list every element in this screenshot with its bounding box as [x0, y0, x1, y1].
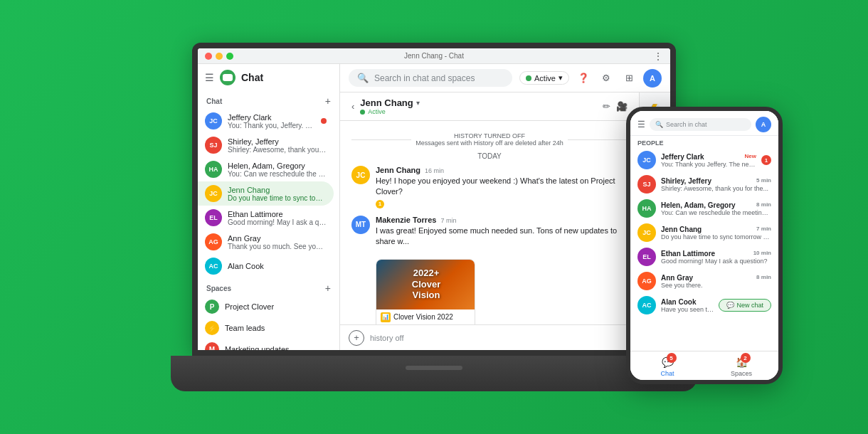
video-call-icon[interactable]: 🎥 [616, 101, 628, 112]
card-app-icon: 📊 [381, 312, 391, 322]
laptop-notch [406, 366, 462, 370]
card-preview[interactable]: 2022+CloverVision 📊 Clover Vision 2022 [376, 259, 475, 324]
phone-chat-item-alan[interactable]: AC Alan Cook Have you seen that: Jack an… [630, 293, 778, 317]
chat-preview: You: Thank you Jeffery. The newele... [661, 161, 756, 168]
chat-preview: Do you have time to sync tomorrow mor... [228, 194, 327, 202]
chat-item-ann-gray[interactable]: AG Ann Gray Thank you so much. See you t… [198, 230, 334, 254]
avatar: JC [637, 223, 656, 242]
new-chat-button[interactable]: 💬 New chat [719, 299, 771, 312]
avatar: JC [205, 112, 222, 129]
chat-name: Jeffery Clark [228, 113, 315, 122]
settings-icon[interactable]: ⚙ [598, 70, 615, 87]
chat-preview: You: Thank you, Jeffery. The newe... [228, 122, 315, 129]
chat-info: Helen, Adam, Gregory 8 min You: Can we r… [661, 201, 771, 216]
phone-chat-item-ethan[interactable]: EL Ethan Lattimore 10 min Good morning! … [630, 245, 778, 269]
chat-info: Shirley, Jeffery Shirley: Awesome, thank… [228, 137, 327, 154]
avatar: EL [205, 209, 222, 226]
phone-chat-item-ann[interactable]: AG Ann Gray 8 min See you there. [630, 269, 778, 293]
phone-user-avatar[interactable]: A [756, 117, 771, 132]
avatar: AG [205, 233, 222, 250]
phone-search-field[interactable]: 🔍 Search in chat [650, 118, 751, 131]
chat-header-actions: ✏ 🎥 [603, 101, 628, 112]
space-name: Marketing updates [225, 345, 290, 350]
chat-section-label: Chat [206, 97, 222, 105]
add-attachment-button[interactable]: + [349, 330, 364, 346]
chat-item-jenn-chang[interactable]: JC Jenn Chang Do you have time to sync t… [198, 181, 334, 206]
chat-contact-name: Jenn Chang [360, 97, 413, 108]
chat-item-helen-adam-gregory[interactable]: HA Helen, Adam, Gregory You: Can we resc… [198, 157, 334, 181]
add-space-button[interactable]: + [325, 282, 331, 294]
main-area: 🔍 Search in chat and spaces Active ▾ ❓ ⚙ [340, 64, 670, 350]
reaction-badge: 1 [376, 200, 384, 208]
message-input[interactable]: history off [370, 334, 404, 342]
sidebar-header: ☰ Chat [198, 64, 339, 91]
phone-chat-item-shirley[interactable]: SJ Shirley, Jeffery 5 min Shirley: Aweso… [630, 172, 778, 196]
phone-app: ☰ 🔍 Search in chat A PEOPLE JC Jeffery C… [630, 111, 778, 380]
active-status-text: Active [368, 108, 386, 115]
chat-item-jeffery-clark[interactable]: JC Jeffery Clark You: Thank you, Jeffery… [198, 109, 334, 133]
grid-icon[interactable]: ⊞ [620, 70, 637, 87]
window-menu-icon[interactable]: ⋮ [653, 51, 663, 62]
help-icon[interactable]: ❓ [575, 70, 592, 87]
chat-name: Jenn Chang [228, 186, 327, 194]
chat-item-shirley-jeffery[interactable]: SJ Shirley, Jeffery Shirley: Awesome, th… [198, 133, 334, 157]
maximize-button[interactable] [226, 53, 233, 60]
message-reactions: 1 [376, 200, 628, 208]
chat-name: Alan Cook [661, 298, 714, 306]
mobile-phone: ☰ 🔍 Search in chat A PEOPLE JC Jeffery C… [626, 107, 783, 384]
status-dropdown-icon: ▾ [559, 73, 563, 83]
chat-section-header: Chat + [198, 91, 339, 109]
user-avatar[interactable]: A [643, 69, 662, 88]
status-badge[interactable]: Active ▾ [519, 71, 569, 85]
divider-line [351, 139, 411, 140]
message-content: Makenzie Torres 7 min I was great! Enjoy… [376, 216, 628, 248]
chat-name: Ann Gray [228, 234, 327, 243]
phone-chat-item-helen[interactable]: HA Helen, Adam, Gregory 8 min You: Can w… [630, 196, 778, 221]
chat-info: Ethan Lattimore 10 min Good morning! May… [661, 250, 771, 265]
chat-logo-icon [223, 74, 233, 81]
phone-chat-item-jeffery[interactable]: JC Jeffery Clark New You: Thank you Jeff… [630, 148, 778, 172]
chat-name: Alan Cook [228, 262, 327, 270]
space-item-project-clover[interactable]: P Project Clover [198, 296, 334, 317]
laptop-screen: Jenn Chang - Chat ⋮ ☰ Chat Chat + [192, 43, 676, 356]
add-chat-button[interactable]: + [325, 95, 331, 107]
phone-nav-chat[interactable]: 💬 5 Chat [630, 356, 704, 377]
avatar: JC [637, 151, 656, 169]
chat-preview: You: Can we reschedule the meeting fo... [661, 209, 771, 216]
spaces-section-header: Spaces + [198, 278, 339, 296]
message-input-area: + history off [340, 324, 639, 350]
chat-preview: You: Can we reschedule the meeting for..… [228, 170, 327, 178]
chat-info: Shirley, Jeffery 5 min Shirley: Awesome,… [661, 177, 771, 192]
chat-name: Jenn Chang 7 min [661, 226, 771, 233]
card-title: Clover Vision 2022 [393, 313, 453, 321]
search-field[interactable]: 🔍 Search in chat and spaces [349, 69, 512, 87]
phone-nav-spaces[interactable]: 🏠 2 Spaces [704, 356, 778, 377]
phone-top-bar: ☰ 🔍 Search in chat A [630, 111, 778, 136]
message-header: Makenzie Torres 7 min [376, 216, 628, 224]
window-title: Jenn Chang - Chat [404, 52, 464, 60]
laptop-shell: Jenn Chang - Chat ⋮ ☰ Chat Chat + [171, 43, 697, 391]
avatar: SJ [205, 137, 222, 154]
phone-chat-item-jenn[interactable]: JC Jenn Chang 7 min Do you have time to … [630, 221, 778, 245]
chat-preview: Do you have time to sync tomorrow mor... [661, 233, 771, 240]
edit-icon[interactable]: ✏ [603, 101, 610, 112]
date-divider: TODAY [351, 152, 628, 160]
divider-line [568, 139, 628, 140]
search-placeholder: Search in chat and spaces [374, 73, 475, 83]
hamburger-icon[interactable]: ☰ [205, 72, 214, 83]
space-item-marketing-updates[interactable]: M Marketing updates [198, 339, 334, 350]
phone-bottom-nav: 💬 5 Chat 🏠 2 Spaces [630, 351, 778, 380]
back-button[interactable]: ‹ [351, 101, 354, 112]
close-button[interactable] [205, 53, 212, 60]
avatar: JC [351, 166, 370, 184]
chat-preview: Thank you so much. See you there. [228, 243, 327, 250]
message-text: Hey! I hope you enjoyed your weekend :) … [376, 176, 628, 198]
chat-item-ethan-lattimore[interactable]: EL Ethan Lattimore Good morning! May I a… [198, 206, 334, 230]
unread-count: 1 [761, 155, 771, 165]
sidebar: ☰ Chat Chat + JC Jeffery Cl [198, 64, 340, 350]
space-item-team-leads[interactable]: ⚡ Team leads [198, 317, 334, 339]
active-status-dot [360, 110, 365, 115]
minimize-button[interactable] [216, 53, 223, 60]
chat-preview: Have you seen that: Jack answered... [661, 306, 714, 313]
chat-item-alan-cook[interactable]: AC Alan Cook [198, 254, 334, 278]
